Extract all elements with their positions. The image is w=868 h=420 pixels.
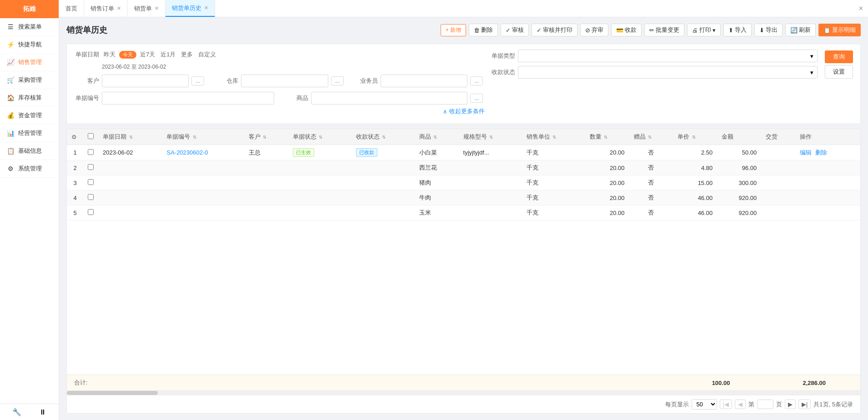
- warehouse-ellipsis-btn[interactable]: ...: [331, 76, 344, 85]
- btn-collect[interactable]: 💳 收款: [611, 24, 642, 36]
- btn-unapprove[interactable]: ⊘ 弃审: [580, 24, 608, 36]
- btn-export[interactable]: ⬇ 导出: [754, 24, 783, 36]
- tab-delivery-history[interactable]: 销货单历史 ✕: [166, 0, 215, 17]
- payment-status-label: 收款状态: [490, 68, 515, 76]
- col-goods[interactable]: 商品 ⇅: [415, 129, 459, 145]
- salesperson-input[interactable]: [381, 75, 467, 87]
- btn-show-detail[interactable]: 📋 显示明细: [818, 24, 861, 36]
- customer-input[interactable]: [102, 75, 189, 87]
- col-unit[interactable]: 销售单位 ⇅: [522, 129, 585, 145]
- row-select-checkbox[interactable]: [88, 209, 94, 215]
- edit-action-link[interactable]: 编辑: [800, 149, 812, 156]
- purchase-mgmt-icon: 🛒: [6, 76, 15, 84]
- row-select-checkbox[interactable]: [88, 194, 94, 200]
- sidebar-item-inventory[interactable]: 🏠 库存核算: [0, 89, 59, 107]
- horizontal-scrollbar[interactable]: [67, 390, 860, 395]
- table-row: 4牛肉千克20.00否46.00920.00: [67, 190, 860, 205]
- row-checkbox[interactable]: [83, 145, 98, 160]
- sidebar-item-quick-nav[interactable]: ⚡ 快捷导航: [0, 36, 59, 54]
- next-page-btn[interactable]: ▶: [785, 400, 796, 409]
- col-unit-price[interactable]: 单价 ⇅: [673, 129, 717, 145]
- btn-delete[interactable]: 🗑 删除: [469, 24, 498, 36]
- row-checkbox[interactable]: [83, 190, 98, 205]
- sidebar-item-purchase-mgmt[interactable]: 🛒 采购管理: [0, 71, 59, 89]
- row-checkbox[interactable]: [83, 175, 98, 190]
- goods-sort-icon: ⇅: [433, 135, 437, 140]
- btn-approve-print[interactable]: ✓ 审核并打印: [532, 24, 577, 36]
- sidebar-item-sys-mgmt[interactable]: ⚙ 系统管理: [0, 160, 59, 178]
- tab-home[interactable]: 首页: [59, 0, 84, 17]
- tab-sales-order[interactable]: 销售订单 ✕: [84, 0, 128, 17]
- goods-ellipsis-btn[interactable]: ...: [470, 94, 483, 103]
- warehouse-input[interactable]: [241, 75, 328, 87]
- btn-import[interactable]: ⬆ 导入: [723, 24, 752, 36]
- col-spec[interactable]: 规格型号 ⇅: [459, 129, 522, 145]
- spec-sort-icon: ⇅: [489, 135, 493, 140]
- goods-input[interactable]: [311, 92, 468, 105]
- tab-delivery[interactable]: 销货单 ✕: [128, 0, 166, 17]
- table-settings-icon[interactable]: ⚙: [71, 134, 77, 140]
- row-qty: 20.00: [585, 145, 629, 160]
- col-qty[interactable]: 数量 ⇅: [585, 129, 629, 145]
- row-qty: 20.00: [585, 205, 629, 220]
- date-shortcut-today[interactable]: 今天: [119, 51, 136, 59]
- col-payment-status[interactable]: 收款状态 ⇅: [351, 129, 415, 145]
- sidebar-item-base-info[interactable]: 📋 基础信息: [0, 142, 59, 160]
- col-doc-no[interactable]: 单据编号 ⇅: [162, 129, 244, 145]
- tab-close-sales-order[interactable]: ✕: [117, 5, 121, 11]
- row-doc-no[interactable]: SA-20230602-0: [162, 145, 244, 160]
- btn-refresh[interactable]: 🔄 刷新: [785, 24, 816, 36]
- col-gift[interactable]: 赠品 ⇅: [629, 129, 673, 145]
- scroll-thumb[interactable]: [67, 391, 158, 395]
- sidebar-item-sales-mgmt[interactable]: 📈 销售管理: [0, 54, 59, 71]
- customer-ellipsis-btn[interactable]: ...: [191, 76, 204, 85]
- select-all-checkbox[interactable]: [88, 133, 94, 139]
- row-action[interactable]: 编辑删除: [795, 145, 860, 160]
- row-checkbox[interactable]: [83, 160, 98, 175]
- tab-close-delivery-history[interactable]: ✕: [204, 5, 208, 11]
- date-shortcut-7days[interactable]: 近7天: [138, 50, 157, 60]
- tabs-bar-close[interactable]: ✕: [858, 5, 868, 12]
- date-shortcut-yesterday[interactable]: 昨天: [102, 50, 117, 60]
- first-page-btn[interactable]: |◀: [720, 400, 732, 409]
- row-select-checkbox[interactable]: [88, 149, 94, 155]
- collapse-button[interactable]: ∧ 收起更多条件: [74, 105, 853, 118]
- btn-print[interactable]: 🖨 打印 ▾: [687, 24, 721, 36]
- salesperson-ellipsis-btn[interactable]: ...: [470, 76, 483, 85]
- page-size-select[interactable]: 50 100 200: [692, 399, 717, 410]
- status-badge: 已生效: [293, 148, 314, 157]
- col-doc-date[interactable]: 单据日期 ⇅: [98, 129, 162, 145]
- pagination: 每页显示 50 100 200 |◀ ◀ 第 1 页 ▶ ▶| 共1页, 5条记…: [67, 395, 860, 413]
- last-page-btn[interactable]: ▶|: [798, 400, 811, 409]
- sidebar-item-ops-mgmt[interactable]: 📊 经营管理: [0, 125, 59, 142]
- doc-type-select[interactable]: ▾: [518, 50, 818, 62]
- col-doc-status[interactable]: 单据状态 ⇅: [288, 129, 351, 145]
- doc-no-input[interactable]: [102, 92, 274, 105]
- row-select-checkbox[interactable]: [88, 164, 94, 170]
- table-scroll[interactable]: ⚙ 单据日期 ⇅ 单据编号 ⇅: [67, 129, 860, 375]
- prev-page-btn[interactable]: ◀: [735, 400, 746, 409]
- setting-button[interactable]: 设置: [825, 65, 853, 79]
- tab-close-delivery[interactable]: ✕: [155, 5, 159, 11]
- date-shortcut-custom[interactable]: 自定义: [196, 50, 218, 60]
- date-shortcut-more[interactable]: 更多: [179, 50, 195, 60]
- col-customer[interactable]: 客户 ⇅: [244, 129, 288, 145]
- row-select-checkbox[interactable]: [88, 179, 94, 185]
- payment-status-select[interactable]: ▾: [518, 66, 818, 79]
- sidebar-collapse-icon[interactable]: ⏸: [39, 408, 46, 416]
- row-goods: 玉米: [415, 205, 459, 220]
- sidebar-item-search-menu[interactable]: ☰ 搜索菜单: [0, 18, 59, 36]
- row-checkbox[interactable]: [83, 205, 98, 220]
- btn-new[interactable]: + 新增: [441, 24, 466, 36]
- doc-no-link[interactable]: SA-20230602-0: [166, 149, 208, 156]
- btn-batch-change[interactable]: ✏ 批量变更: [644, 24, 684, 36]
- sidebar-settings-icon[interactable]: 🔧: [12, 408, 21, 416]
- btn-approve[interactable]: ✓ 审核: [501, 24, 529, 36]
- page-number-input[interactable]: 1: [757, 400, 773, 409]
- date-shortcut-1month[interactable]: 近1月: [159, 50, 177, 60]
- row-transaction: [761, 175, 795, 190]
- query-button[interactable]: 查询: [825, 50, 853, 63]
- delete-action-link[interactable]: 删除: [815, 149, 827, 156]
- query-setting-group: 查询 设置: [825, 50, 853, 79]
- sidebar-item-finance-mgmt[interactable]: 💰 资金管理: [0, 107, 59, 125]
